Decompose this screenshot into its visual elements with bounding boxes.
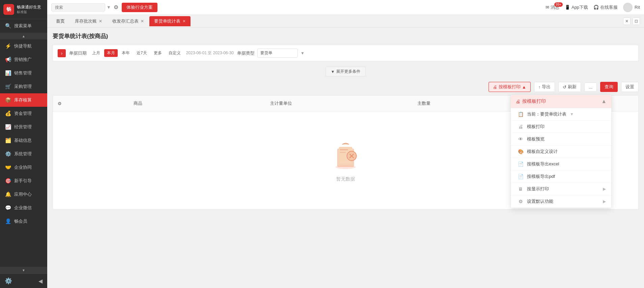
date-opt-this-year[interactable]: 本年 — [119, 49, 133, 57]
message-icon: ✉ — [546, 5, 549, 10]
print-dropdown-chevron-icon[interactable]: ▲ — [601, 98, 607, 104]
type-select[interactable]: 要货单 — [257, 49, 298, 58]
sidebar-item-guide[interactable]: 🎯 新手引导 — [0, 174, 47, 188]
sidebar-item-label: 采购管理 — [14, 84, 32, 90]
more-button[interactable]: ... — [584, 83, 597, 92]
dropdown-current-item[interactable]: 📋 当前：要货单统计表 ▼ — [511, 108, 611, 121]
sidebar-item-sales[interactable]: 📊 销售管理 — [0, 66, 47, 80]
tab-maximize-button[interactable]: ⊡ — [633, 18, 640, 25]
svg-rect-6 — [340, 149, 348, 150]
tab-inventory-batch-close[interactable]: ✕ — [99, 19, 102, 24]
online-service-item[interactable]: 🎧 在线客服 — [593, 4, 618, 10]
sidebar-nav: ⚡ 快捷导航 📢 营销推广 📊 销售管理 🛒 采购管理 📦 库存核算 💰 资金管… — [0, 39, 47, 267]
date-opt-last-month[interactable]: 上月 — [89, 49, 103, 57]
sidebar-item-label: 系统管理 — [14, 151, 32, 157]
settings-button[interactable]: 设置 — [621, 82, 639, 92]
guide-icon: 🎯 — [5, 178, 11, 184]
sidebar-item-system[interactable]: ⚙️ 系统管理 — [0, 147, 47, 161]
filter-expand-button[interactable]: › — [58, 49, 66, 57]
app-download-item[interactable]: 📱 App下载 — [565, 4, 588, 10]
sidebar-item-purchase[interactable]: 🛒 采购管理 — [0, 80, 47, 93]
user-avatar — [623, 3, 633, 12]
sidebar-item-label: 企业微信 — [14, 205, 32, 211]
dropdown-display-print-item[interactable]: 🖥 按显示打印 ▶ — [511, 183, 611, 195]
sidebar-item-label: 畅会员 — [14, 218, 27, 224]
refresh-icon: ↺ — [563, 85, 566, 90]
system-icon: ⚙️ — [5, 151, 11, 157]
app-name: 畅康通好生意 — [17, 4, 41, 10]
tab-order-stats-close[interactable]: ✕ — [182, 19, 186, 24]
dropdown-current-label: 当前：要货单统计表 — [527, 111, 566, 117]
dropdown-export-excel-label: 按模板导出excel — [527, 161, 559, 167]
sidebar-item-inventory[interactable]: 📦 库存核算 — [0, 93, 47, 107]
export-button[interactable]: ↑ 导出 — [534, 82, 555, 92]
expand-more-button[interactable]: ▼ 展开更多条件 — [326, 67, 365, 76]
user-avatar-item[interactable]: Rit — [623, 3, 640, 12]
message-icon-item[interactable]: ✉ 消息 99+ — [546, 4, 559, 10]
date-opt-this-month[interactable]: 本月 — [104, 49, 118, 57]
sidebar-item-label: 企业协同 — [14, 164, 32, 170]
experience-button[interactable]: 体验行业方案 — [122, 3, 157, 12]
sidebar-item-member[interactable]: 👤 畅会员 — [0, 215, 47, 228]
export-label: 导出 — [542, 84, 551, 90]
app-logo-icon: 畅 — [3, 4, 14, 15]
username-label: Rit — [635, 5, 640, 10]
query-label: 查询 — [605, 84, 613, 90]
th-unit: 主计量单位 — [209, 98, 352, 108]
print-dropdown-title-label: 按模板打印 — [522, 98, 546, 104]
print-template-label: 按模板打印 — [499, 84, 521, 90]
dropdown-default-setting-item[interactable]: ⚙ 设置默认功能 ▶ — [511, 195, 611, 208]
th-quantity: 主数量 — [352, 98, 495, 108]
tab-order-stats[interactable]: 要货单统计表 ✕ — [149, 16, 191, 26]
dropdown-export-pdf-item[interactable]: 📄 按模板导出pdf — [511, 170, 611, 183]
tab-home-label: 首页 — [56, 18, 65, 24]
topbar-search-input[interactable] — [51, 3, 105, 11]
date-opt-7days[interactable]: 近7天 — [134, 49, 150, 57]
topbar-left: ▼ ⚙ 体验行业方案 — [51, 3, 546, 12]
dropdown-current-arrow: ▼ — [570, 112, 574, 117]
sidebar-item-search[interactable]: 🔍 搜索菜单 — [0, 19, 47, 33]
dropdown-export-excel-item[interactable]: 📄 按模板导出excel — [511, 158, 611, 170]
purchase-icon: 🛒 — [5, 83, 11, 90]
date-opt-custom[interactable]: 自定义 — [166, 49, 183, 57]
sidebar-settings-icon[interactable]: ⚙️ — [5, 277, 12, 285]
message-badge: 99+ — [554, 2, 563, 7]
dropdown-template-custom-item[interactable]: 🎨 模板自定义设计 — [511, 146, 611, 158]
app-version: 标准版 — [17, 10, 41, 14]
topbar-search-dropdown-icon[interactable]: ▼ — [107, 5, 111, 10]
th-goods: 商品 — [66, 98, 209, 108]
sidebar-item-finance[interactable]: 💰 资金管理 — [0, 107, 47, 120]
tab-receivable[interactable]: 收发存汇总表 ✕ — [108, 16, 149, 26]
print-template-button[interactable]: 🖨 按模板打印 ▲ — [489, 82, 531, 92]
th-settings[interactable]: ⚙ — [53, 99, 66, 108]
sidebar: 畅 畅康通好生意 标准版 🔍 搜索菜单 ▲ ⚡ 快捷导航 📢 营销推广 📊 销售… — [0, 0, 47, 288]
dropdown-template-custom-label: 模板自定义设计 — [527, 149, 558, 155]
dropdown-template-preview-item[interactable]: 👁 模板预览 — [511, 133, 611, 146]
date-opt-more[interactable]: 更多 — [151, 49, 165, 57]
sidebar-item-label: 新手引导 — [14, 178, 32, 184]
tab-receivable-close[interactable]: ✕ — [141, 19, 144, 24]
marketing-icon: 📢 — [5, 56, 11, 63]
sidebar-item-operation[interactable]: 📈 经营管理 — [0, 120, 47, 134]
date-options: 上月 本月 本年 近7天 更多 自定义 — [89, 49, 183, 57]
tab-close-all-button[interactable]: ✕ — [623, 18, 631, 25]
sidebar-item-basic[interactable]: 🗂️ 基础信息 — [0, 134, 47, 147]
sidebar-collapse-icon[interactable]: ◀ — [38, 278, 42, 284]
scroll-up-button[interactable]: ▲ — [0, 33, 47, 39]
sidebar-item-wechat[interactable]: 💬 企业微信 — [0, 201, 47, 215]
sidebar-item-collab[interactable]: 🤝 企业协同 — [0, 161, 47, 174]
tab-inventory-batch-label: 库存批次账 — [75, 18, 97, 24]
topbar-gear-icon[interactable]: ⚙ — [114, 4, 118, 10]
export-pdf-icon: 📄 — [518, 174, 524, 179]
topbar-right: ✉ 消息 99+ 📱 App下载 🎧 在线客服 Rit — [546, 3, 640, 12]
refresh-button[interactable]: ↺ 刷新 — [558, 82, 581, 92]
sidebar-item-marketing[interactable]: 📢 营销推广 — [0, 53, 47, 66]
sidebar-item-shortcut[interactable]: ⚡ 快捷导航 — [0, 39, 47, 53]
sidebar-item-appstore[interactable]: 🔔 应用中心 — [0, 188, 47, 201]
member-icon: 👤 — [5, 218, 11, 225]
tab-inventory-batch[interactable]: 库存批次账 ✕ — [70, 16, 107, 26]
dropdown-template-print-item[interactable]: 🖨 模板打印 — [511, 121, 611, 133]
query-button[interactable]: 查询 — [600, 82, 618, 92]
tab-home[interactable]: 首页 — [51, 16, 69, 26]
scroll-down-button[interactable]: ▼ — [0, 267, 47, 274]
